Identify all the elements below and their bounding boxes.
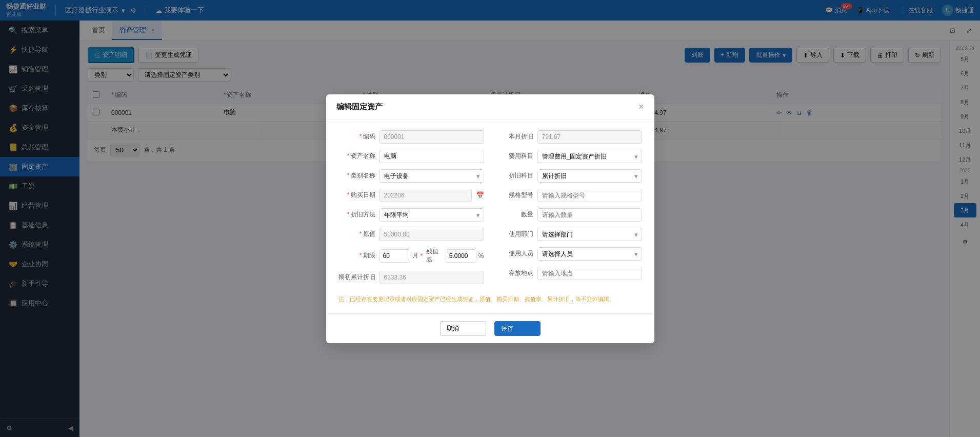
period-group: 月 * 残值率 %	[379, 247, 484, 265]
purchase-date-group: 📅	[379, 189, 484, 202]
form-row-dep-subject: 折旧科目 累计折旧	[496, 169, 642, 183]
original-input[interactable]	[379, 228, 484, 241]
modal-title: 编辑固定资产	[336, 102, 383, 112]
name-input[interactable]	[379, 150, 484, 163]
modal-footer: 取消 保存	[326, 313, 654, 343]
modal-close-button[interactable]: ×	[638, 102, 644, 112]
form-row-dep-method: *折旧方法 年限平均	[338, 208, 484, 222]
form-row-location: 存放地点	[496, 267, 642, 280]
category-select[interactable]: 电子设备	[379, 169, 484, 183]
form-grid: *编码 *资产名称 *类别名称 电子设备	[338, 130, 642, 290]
monthly-dep-input	[537, 130, 642, 144]
form-row-monthly-dep: 本月折旧	[496, 130, 642, 144]
residual-rate-input[interactable]	[446, 249, 476, 263]
form-row-initial-dep: 期初累计折旧	[338, 271, 484, 284]
form-right-col: 本月折旧 费用科目 管理费用_固定资产折旧 折旧科	[496, 130, 642, 290]
edit-asset-modal: 编辑固定资产 × *编码 *资产名称	[326, 94, 654, 343]
modal-note: 注：已经存在变更记录或者对应固定资产已经生成凭证，原值、购买日期、残值率、累计折…	[338, 295, 642, 303]
calendar-icon[interactable]: 📅	[476, 191, 484, 199]
form-row-expense-subject: 费用科目 管理费用_固定资产折旧	[496, 150, 642, 163]
person-select-wrap: 请选择人员	[537, 247, 642, 261]
form-row-purchase-date: *购买日期 📅	[338, 189, 484, 202]
modal-header: 编辑固定资产 ×	[326, 94, 654, 120]
form-row-quantity: 数量	[496, 208, 642, 222]
department-select-wrap: 请选择部门	[537, 228, 642, 241]
form-left-col: *编码 *资产名称 *类别名称 电子设备	[338, 130, 484, 290]
modal-overlay: 编辑固定资产 × *编码 *资产名称	[0, 0, 980, 437]
person-select[interactable]: 请选择人员	[537, 247, 642, 261]
dep-subject-select[interactable]: 累计折旧	[537, 169, 642, 183]
save-button[interactable]: 保存	[494, 321, 541, 336]
cancel-button[interactable]: 取消	[440, 321, 486, 336]
expense-subject-select-wrap: 管理费用_固定资产折旧	[537, 150, 642, 163]
expense-subject-select[interactable]: 管理费用_固定资产折旧	[537, 150, 642, 163]
form-row-original: *原值	[338, 228, 484, 241]
form-row-period: *期限 月 * 残值率 %	[338, 247, 484, 265]
dep-method-select[interactable]: 年限平均	[379, 208, 484, 222]
dep-subject-select-wrap: 累计折旧	[537, 169, 642, 183]
form-row-name: *资产名称	[338, 150, 484, 163]
form-row-category: *类别名称 电子设备	[338, 169, 484, 183]
purchase-date-input[interactable]	[379, 189, 472, 202]
initial-dep-input[interactable]	[379, 271, 484, 284]
code-input[interactable]	[379, 130, 484, 144]
dep-method-select-wrap: 年限平均	[379, 208, 484, 222]
department-select[interactable]: 请选择部门	[537, 228, 642, 241]
form-row-person: 使用人员 请选择人员	[496, 247, 642, 261]
location-input[interactable]	[537, 267, 642, 280]
form-row-code: *编码	[338, 130, 484, 144]
spec-input[interactable]	[537, 189, 642, 202]
category-select-wrap: 电子设备	[379, 169, 484, 183]
form-row-department: 使用部门 请选择部门	[496, 228, 642, 241]
modal-body: *编码 *资产名称 *类别名称 电子设备	[326, 120, 654, 313]
quantity-input[interactable]	[537, 208, 642, 222]
period-input[interactable]	[379, 249, 410, 263]
form-row-spec: 规格型号	[496, 189, 642, 202]
